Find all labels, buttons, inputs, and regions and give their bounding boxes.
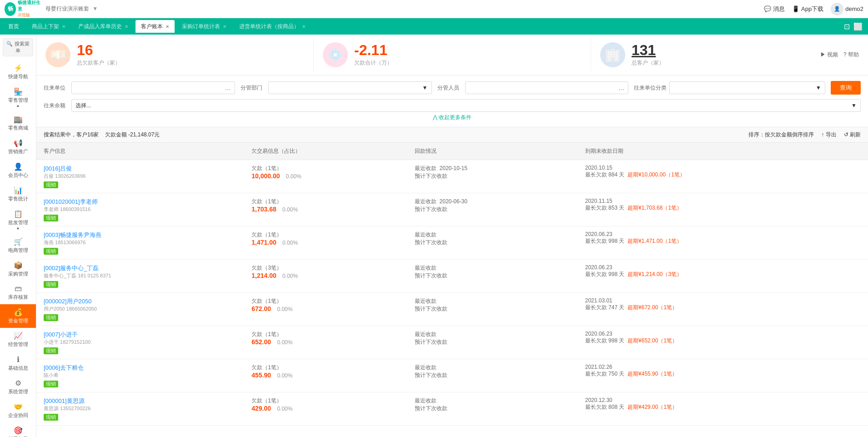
- customer-name-link[interactable]: [0007]小进干: [44, 331, 78, 338]
- help-button[interactable]: ? 帮助: [843, 51, 859, 59]
- sidebar-item-member-center[interactable]: 👤 会员中心: [0, 159, 36, 182]
- customer-name-link[interactable]: [000001]黄思源: [44, 397, 85, 404]
- app-download-button[interactable]: 📱 App下载: [792, 5, 823, 13]
- debt-pct: 0.00%: [282, 206, 298, 213]
- debt-amount[interactable]: 1,471.00: [251, 239, 276, 246]
- overdue-amount-link[interactable]: 超期¥1,471.00（1笔）: [627, 238, 682, 244]
- stat-info-debt-amount: -2.11 欠款合计（万）: [354, 43, 392, 67]
- close-tab-product-shelf[interactable]: ✕: [62, 24, 65, 29]
- sidebar-item-quick-nav[interactable]: ⚡ 快捷导航: [0, 60, 36, 84]
- search-button[interactable]: 查询: [831, 81, 861, 95]
- sidebar-item-ops-mgmt[interactable]: 📈 经营管理: [0, 328, 36, 352]
- overdue-amount-link[interactable]: 超期¥652.00（1笔）: [627, 337, 677, 344]
- dept-select[interactable]: ▼: [268, 81, 432, 94]
- overdue-days: 最长欠款 998 天: [585, 238, 625, 244]
- overdue-days: 最长欠款 750 天: [585, 371, 625, 377]
- overdue-amount-link[interactable]: 超期¥10,000.00（1笔）: [627, 171, 685, 178]
- customer-phone: 用户2050 18665062050: [44, 306, 97, 311]
- customer-info-cell: [000002]用户2050 用户2050 18665062050 现销: [36, 293, 244, 326]
- tab-product-history[interactable]: 产成品入库单历史 ✕: [73, 20, 134, 33]
- customer-name-link[interactable]: [0001020001]李老师: [44, 198, 98, 205]
- collection-cell: 最近收款 预计下次收款: [407, 326, 578, 359]
- sidebar-item-retail-mgmt[interactable]: 🏪 零售管理 ▲: [0, 84, 36, 111]
- due-date: 2020.06.23: [585, 231, 612, 237]
- tab-inventory-stats[interactable]: 进货单统计表（按商品） ✕: [234, 20, 311, 33]
- debt-info-cell: 欠款（1笔） 652.00 0.00%: [244, 326, 407, 359]
- sidebar-item-basic-info[interactable]: ℹ 基础信息: [0, 352, 36, 375]
- person-label: 分管人员: [437, 84, 462, 92]
- sidebar-item-batch-mgmt[interactable]: 📋 批发管理 ▲: [0, 206, 36, 234]
- basic-info-icon: ℹ: [17, 355, 20, 364]
- tab-purchase-order[interactable]: 采购订单统计表 ✕: [176, 20, 232, 33]
- close-tab-product-history[interactable]: ✕: [125, 24, 128, 29]
- debt-amount[interactable]: 10,000.00: [251, 172, 280, 180]
- sidebar-item-purchase-mgmt[interactable]: 📦 采购管理: [0, 257, 36, 281]
- window-restore-button[interactable]: ⊡: [844, 22, 850, 31]
- tab-customer-account[interactable]: 客户账本 ✕: [135, 20, 175, 33]
- sidebar-item-retail-stats[interactable]: 📊 零售统计: [0, 182, 36, 206]
- user-avatar[interactable]: 👤 demo2: [831, 3, 863, 15]
- overdue-days: 最长欠款 998 天: [585, 271, 625, 277]
- debt-amount[interactable]: 1,214.00: [251, 272, 276, 279]
- debt-count: 欠款（1笔）: [251, 331, 282, 337]
- customer-name-link[interactable]: [0016]吕俊: [44, 165, 72, 172]
- message-button[interactable]: 💬 消息: [764, 5, 785, 13]
- sidebar-item-system[interactable]: ⚙ 系统管理: [0, 375, 36, 399]
- overdue-amount-link[interactable]: 超期¥429.00（1笔）: [627, 404, 677, 410]
- view-button[interactable]: ▶ 视频: [820, 51, 838, 59]
- collection-cell: 最近收款 预计下次收款: [407, 260, 578, 293]
- close-tab-purchase-order[interactable]: ✕: [223, 24, 226, 29]
- customer-name-link[interactable]: [0003]畅捷服务尹海燕: [44, 231, 101, 238]
- next-collect-label: 预计下次收款: [415, 173, 447, 179]
- customer-name-link[interactable]: [0002]服务中心_丁磊: [44, 265, 99, 271]
- debt-amount[interactable]: 1,703.68: [251, 206, 276, 213]
- sidebar-item-finance[interactable]: 💰 资金管理: [0, 304, 36, 328]
- table-row: [0002]服务中心_丁磊 服务中心_丁磊 181 0125 8371 现销 欠…: [36, 260, 868, 293]
- overdue-amount-link[interactable]: 超期¥672.00（1笔）: [627, 304, 677, 311]
- sort-selector[interactable]: 排序：按欠款金额倒序排序: [748, 131, 814, 139]
- sidebar-item-ecommerce[interactable]: 🛒 电商管理: [0, 234, 36, 257]
- collapse-filter-button[interactable]: ⋀ 收起更多条件: [44, 112, 861, 123]
- customer-tag: 现销: [44, 347, 58, 354]
- balance-select[interactable]: 选择... ▼: [71, 99, 861, 112]
- debt-amount[interactable]: 652.00: [251, 338, 271, 346]
- due-date-cell: 2020.06.23 最长欠款 998 天 超期¥1,471.00（1笔）: [578, 226, 868, 260]
- tab-product-shelf[interactable]: 商品上下架 ✕: [26, 20, 71, 33]
- ecommerce-icon: 🛒: [14, 237, 23, 246]
- sidebar-item-marketing[interactable]: 📢 营销推广: [0, 135, 36, 159]
- refresh-button[interactable]: ↺ 刷新: [844, 131, 861, 139]
- debt-amount[interactable]: 672.00: [251, 305, 271, 312]
- system-selector[interactable]: 母婴行业演示账套 ▼: [41, 5, 764, 13]
- newbie-icon: 🎯: [14, 426, 23, 435]
- export-button[interactable]: ↑ 导出: [821, 131, 836, 139]
- debt-amount[interactable]: 429.00: [251, 405, 271, 412]
- retail-mgmt-icon: 🏪: [14, 87, 23, 96]
- sidebar-item-newbie[interactable]: 🎯 新手引导: [0, 422, 36, 437]
- customer-name-link[interactable]: [0006]去下粮仓: [44, 364, 84, 371]
- overdue-amount-link[interactable]: 超期¥1,214.00（3笔）: [627, 271, 682, 277]
- close-tab-customer-account[interactable]: ✕: [166, 24, 169, 29]
- debt-info-cell: 欠款（1笔） 672.00 0.00%: [244, 293, 407, 326]
- filter-dept: 分管部门 ▼: [241, 81, 432, 94]
- customer-name-link[interactable]: [000002]用户2050: [44, 298, 92, 305]
- window-maximize-button[interactable]: ⬜: [853, 22, 863, 31]
- search-menu-button[interactable]: 🔍 搜索菜单: [3, 38, 33, 56]
- debt-pct: 0.00%: [277, 406, 292, 412]
- stat-label-debt-customers: 总欠款客户（家）: [77, 59, 120, 67]
- from-unit-input[interactable]: ...: [71, 81, 235, 94]
- overdue-amount-link[interactable]: 超期¥455.90（1笔）: [627, 371, 677, 377]
- debt-amount[interactable]: 455.90: [251, 372, 271, 379]
- table-row: [0006]去下粮仓 陈小希 现销 欠款（1笔） 455.90 0.00% 最近…: [36, 359, 868, 392]
- from-unit-label: 往来单位: [44, 84, 69, 92]
- last-collect-label: 最近收款: [415, 397, 440, 404]
- sidebar-item-enterprise[interactable]: 🤝 企业协同: [0, 399, 36, 422]
- overdue-amount-link[interactable]: 超期¥1,703.68（1笔）: [627, 205, 682, 211]
- close-tab-inventory-stats[interactable]: ✕: [302, 24, 306, 29]
- person-input[interactable]: ...: [465, 81, 629, 94]
- tab-home[interactable]: 首页: [3, 20, 25, 33]
- sidebar-item-inventory[interactable]: 🗃 库存核算: [0, 281, 36, 304]
- content-area: 💴 16 总欠款客户（家） 💠 -2.11 欠款合计（万） 🏢: [36, 35, 868, 437]
- unit-category-select[interactable]: ▼: [669, 81, 825, 94]
- sidebar: 🔍 搜索菜单 ⚡ 快捷导航 🏪 零售管理 ▲ 🏬 零售商城 📢 营销推广 👤 会…: [0, 35, 36, 437]
- sidebar-item-retail-mall[interactable]: 🏬 零售商城: [0, 111, 36, 135]
